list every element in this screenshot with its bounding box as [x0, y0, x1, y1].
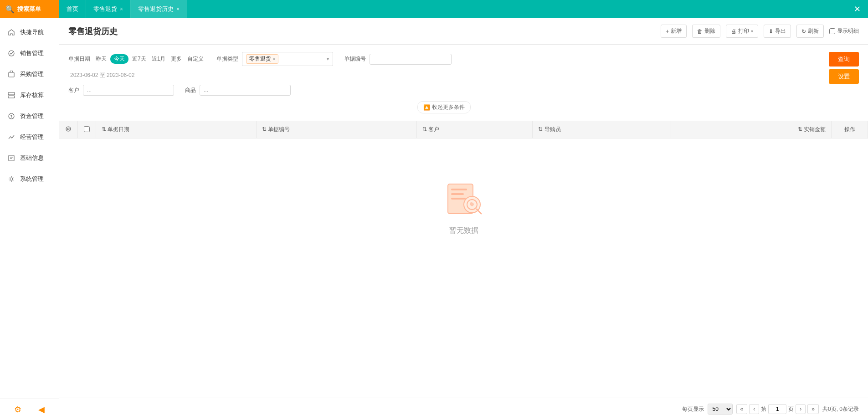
type-tag-close[interactable]: × — [272, 56, 275, 61]
collapse-sidebar-icon[interactable]: ◀ — [38, 405, 45, 415]
tab-return-label: 零售退货 — [93, 5, 117, 13]
sidebar-item-operations[interactable]: 经营管理 — [0, 127, 59, 148]
sidebar-label-quick-nav: 快捷导航 — [20, 28, 44, 36]
col-ops-label: 操作 — [844, 126, 855, 133]
col-customer-label: ⇅ 客户 — [422, 126, 439, 133]
goods-filter: 商品 ... — [185, 85, 291, 96]
type-filter: 单据类型 零售退货 × ▾ — [216, 52, 333, 66]
sidebar-item-finance[interactable]: 资金管理 — [0, 106, 59, 127]
last-page-button[interactable]: » — [807, 404, 819, 414]
date-1month[interactable]: 近1月 — [150, 54, 168, 64]
per-page-select[interactable]: 50 10 20 100 — [708, 404, 733, 415]
delete-button[interactable]: 🗑 删除 — [692, 25, 720, 38]
svg-point-0 — [9, 51, 14, 56]
next-page-button[interactable]: › — [796, 404, 806, 414]
pagination: 每页显示 50 10 20 100 « ‹ 第 页 › » 共0页, 0条记录 — [59, 398, 868, 420]
date-today[interactable]: 今天 — [110, 54, 128, 64]
type-tag-value: 零售退货 — [249, 55, 271, 63]
print-label: 打印 — [738, 27, 749, 35]
sidebar-item-sales-mgmt[interactable]: 销售管理 — [0, 43, 59, 64]
sidebar-item-system-mgmt[interactable]: 系统管理 — [0, 169, 59, 190]
search-area[interactable]: 🔍 搜索菜单 — [0, 0, 59, 18]
date-shortcuts: 昨天 今天 近7天 近1月 更多 自定义 — [94, 54, 205, 64]
window-close-icon[interactable]: ✕ — [854, 5, 861, 14]
sidebar-item-inventory[interactable]: 库存核算 — [0, 85, 59, 106]
svg-rect-12 — [451, 198, 466, 200]
show-detail-checkbox[interactable] — [829, 28, 835, 34]
first-page-button[interactable]: « — [736, 404, 748, 414]
page-title: 零售退货历史 — [68, 26, 118, 37]
tab-return-history[interactable]: 零售退货历史 × — [131, 0, 187, 18]
select-all-checkbox[interactable] — [84, 126, 90, 132]
sidebar-items: 快捷导航 销售管理 采购管理 库存核算 — [0, 18, 59, 399]
empty-icon — [441, 175, 487, 220]
svg-rect-10 — [451, 189, 467, 190]
filter-row-2: 客户 ... 商品 ... — [68, 85, 820, 96]
date-label: 单据日期 — [68, 55, 90, 63]
refresh-button[interactable]: ↻ 刷新 — [796, 25, 824, 38]
collapse-up-icon: 🔼 — [423, 104, 430, 111]
customer-select[interactable]: ... — [83, 85, 174, 96]
query-button[interactable]: 查询 — [829, 52, 859, 67]
tab-home[interactable]: 首页 — [59, 0, 86, 18]
customer-filter: 客户 ... — [68, 85, 174, 96]
col-ops: 操作 — [832, 121, 868, 138]
col-number[interactable]: ⇅ 单据编号 — [256, 121, 416, 138]
new-button[interactable]: + 新增 — [661, 25, 687, 38]
header-actions: + 新增 🗑 删除 🖨 打印 ▾ ⬇ 导出 ↻ 刷新 — [661, 25, 859, 38]
export-icon: ⬇ — [769, 28, 773, 35]
col-amount[interactable]: ⇅ 实销金额 — [671, 121, 831, 138]
sidebar-label-purchase: 采购管理 — [20, 70, 44, 78]
collapse-button[interactable]: 🔼 收起更多条件 — [417, 101, 471, 113]
sidebar-label-system: 系统管理 — [20, 175, 44, 183]
goods-select[interactable]: ... — [200, 85, 291, 96]
date-custom[interactable]: 自定义 — [185, 54, 205, 64]
collapse-row: 🔼 收起更多条件 — [68, 101, 820, 113]
sidebar-item-quick-nav[interactable]: 快捷导航 — [0, 22, 59, 43]
main-layout: 快捷导航 销售管理 采购管理 库存核算 — [0, 18, 868, 420]
page-unit: 页 — [788, 405, 794, 413]
sidebar-label-sales: 销售管理 — [20, 49, 44, 57]
col-checkbox[interactable] — [77, 121, 96, 138]
col-date[interactable]: ⇅ 单据日期 — [96, 121, 256, 138]
type-tag: 零售退货 × — [246, 54, 278, 64]
settings-button[interactable]: 设置 — [829, 69, 859, 84]
sales-icon — [7, 49, 15, 57]
inventory-icon — [7, 91, 15, 99]
refresh-icon: ↻ — [801, 28, 806, 35]
type-chevron-icon: ▾ — [327, 56, 329, 61]
col-guide[interactable]: ⇅ 导购员 — [533, 121, 671, 138]
show-detail-label[interactable]: 显示明细 — [829, 27, 859, 35]
sidebar-item-purchase-mgmt[interactable]: 采购管理 — [0, 64, 59, 85]
tab-return[interactable]: 零售退货 × — [86, 0, 131, 18]
print-icon: 🖨 — [731, 28, 736, 35]
date-7days[interactable]: 近7天 — [130, 54, 148, 64]
prev-page-button[interactable]: ‹ — [749, 404, 759, 414]
page-header: 零售退货历史 + 新增 🗑 删除 🖨 打印 ▾ ⬇ 导出 — [59, 18, 868, 45]
print-button[interactable]: 🖨 打印 ▾ — [726, 25, 758, 38]
operations-icon — [7, 133, 15, 141]
empty-state: 暂无数据 — [59, 138, 868, 272]
export-button[interactable]: ⬇ 导出 — [764, 25, 791, 38]
col-guide-label: ⇅ 导购员 — [538, 126, 560, 133]
table-area: ⇅ 单据日期 ⇅ 单据编号 ⇅ 客户 ⇅ 导购员 ⇅ 实销金额 — [59, 121, 868, 398]
tab-return-history-close[interactable]: × — [176, 6, 180, 12]
customer-dots: ... — [87, 87, 92, 93]
type-select[interactable]: 零售退货 × ▾ — [242, 52, 333, 66]
date-yesterday[interactable]: 昨天 — [94, 54, 108, 64]
date-more[interactable]: 更多 — [169, 54, 184, 64]
tab-return-close[interactable]: × — [120, 6, 123, 12]
settings-bottom-icon[interactable]: ⚙ — [14, 405, 21, 415]
table-header-row: ⇅ 单据日期 ⇅ 单据编号 ⇅ 客户 ⇅ 导购员 ⇅ 实销金额 — [59, 121, 868, 138]
filter-row-1: 单据日期 昨天 今天 近7天 近1月 更多 自定义 — [68, 52, 820, 66]
system-icon — [7, 175, 15, 183]
page-label: 第 — [761, 405, 766, 413]
collapse-label: 收起更多条件 — [432, 103, 465, 111]
current-page-input[interactable] — [768, 404, 786, 414]
sidebar-bottom: ⚙ ◀ — [0, 399, 59, 420]
number-input[interactable] — [370, 54, 452, 65]
svg-rect-2 — [8, 96, 15, 98]
col-customer[interactable]: ⇅ 客户 — [417, 121, 533, 138]
col-settings[interactable] — [59, 121, 77, 138]
sidebar-item-basic-info[interactable]: 基础信息 — [0, 148, 59, 169]
